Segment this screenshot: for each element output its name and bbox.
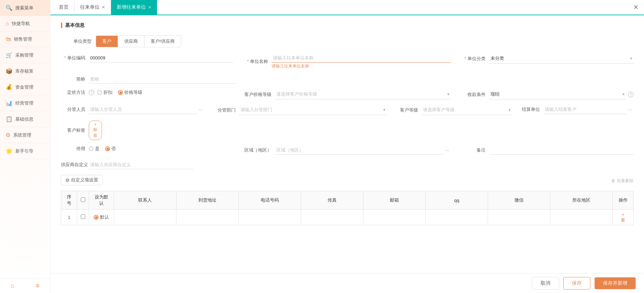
select-all-checkbox[interactable] [81,197,85,202]
sidebar-menu-btn[interactable]: ≡ [25,279,50,293]
sidebar-item-operations[interactable]: 📊 经营管理 [0,95,50,111]
th-wechat: 微信 [488,191,550,210]
payment-terms-help-icon[interactable]: ? [628,92,634,97]
sidebar-item-search[interactable]: 🔍 搜索菜单 [0,0,50,16]
settlement-more-btn[interactable]: ··· [627,107,634,112]
td-actions: + 🗑 [613,210,634,225]
region-input[interactable] [275,146,444,155]
qq-input[interactable] [429,215,484,220]
pricing-help-icon[interactable]: ? [89,90,94,95]
dept-select[interactable]: 请输入分管部门 ▾ [239,105,387,115]
bottom-bar: 取消 保存 保存并新增 [50,273,644,293]
disable-no-item[interactable]: 否 [105,146,116,152]
table-row: 1 默认 [61,210,634,225]
batch-delete-btn[interactable]: 🗑 批量删除 [611,178,634,184]
manager-input[interactable] [89,105,197,114]
sidebar-bottom: ⌂ ≡ [0,278,50,293]
region-more-btn[interactable]: ··· [444,147,451,153]
sidebar-item-sales[interactable]: 🛍 销售管理 [0,32,50,47]
disable-yes-item[interactable]: 是 [89,146,100,152]
pricing-radio-group: 折扣 价格等级 [97,89,142,96]
close-partners-icon[interactable]: ✕ [102,5,105,10]
remark-input[interactable] [489,146,634,155]
th-address: 到货地址 [176,191,238,210]
form-row-disable: 停用 是 否 区域（地区） ··· 备注 [61,146,634,155]
sidebar-item-inventory[interactable]: 📦 库存核算 [0,63,50,79]
unit-name-field: 单位名称 请输入往来单位名称 [244,54,450,69]
tab-partners[interactable]: 往来单位 ✕ [74,0,111,15]
customer-price-level-select[interactable]: 请选择客户价格等级 ▾ [275,89,450,99]
wechat-input[interactable] [492,215,547,220]
phone-input[interactable] [242,215,297,220]
unit-type-customer-btn[interactable]: 客户 [96,36,118,47]
td-phone[interactable] [238,210,301,225]
address-input[interactable] [180,215,235,220]
contact-input[interactable] [118,215,173,220]
short-name-input[interactable] [89,75,237,84]
th-phone: 电话号码 [238,191,301,210]
unit-type-supplier-btn[interactable]: 供应商 [118,36,144,47]
supplier-custom-input[interactable] [89,160,193,169]
customer-price-level-label: 客户价格等级 [244,91,275,98]
sidebar-item-purchase[interactable]: 🛒 采购管理 [0,47,50,63]
pricing-radio-level[interactable]: 价格等级 [118,89,142,96]
sales-icon: 🛍 [6,36,11,42]
unit-type-both-btn[interactable]: 客户/供应商 [144,36,181,47]
disable-yes-circle [89,146,94,151]
region-field: 区域（地区） ··· [244,146,450,155]
payment-terms-field: 收款条件 现结 ▾ ? [461,89,634,99]
customer-level-arrow: ▾ [509,107,511,112]
manager-more-btn[interactable]: ··· [197,107,204,112]
sidebar-item-system[interactable]: ⚙ 系统管理 [0,127,50,143]
inventory-icon: 📦 [6,68,13,74]
payment-terms-select[interactable]: 现结 ▾ [489,89,626,99]
sidebar-item-quicknav[interactable]: ⌂ 快捷导航 [0,16,50,32]
disable-label: 停用 [61,146,89,152]
customer-level-select[interactable]: 请选择客户等级 ▾ [422,105,512,115]
delete-row-btn[interactable]: 🗑 [621,217,625,222]
email-input[interactable] [367,215,422,220]
supplier-custom-label: 供应商自定义 [61,162,89,168]
table-header-row: 序号 设为默认 联系人 到货地址 电话号码 传真 邮箱 qq 微信 所在地区 操… [61,191,634,210]
row-checkbox[interactable] [81,214,85,219]
sidebar-item-basic[interactable]: 📋 基础信息 [0,111,50,127]
fax-input[interactable] [305,215,360,220]
td-wechat[interactable] [488,210,550,225]
table-header: 序号 设为默认 联系人 到货地址 电话号码 传真 邮箱 qq 微信 所在地区 操… [61,191,634,210]
unit-category-label: 单位分类 [461,56,489,62]
tab-bar-close-btn[interactable]: ✕ [630,2,641,13]
td-checkbox[interactable] [77,210,89,225]
add-tag-btn[interactable]: + 标签 [89,121,102,140]
section-icon [61,23,62,28]
td-qq[interactable] [425,210,488,225]
default-radio-item[interactable]: 默认 [93,214,110,220]
td-contact[interactable] [114,210,176,225]
tab-home[interactable]: 首页 [53,0,74,15]
sidebar-home-btn[interactable]: ⌂ [0,279,25,293]
th-checkbox[interactable] [77,191,89,210]
sidebar-item-finance[interactable]: 💰 资金管理 [0,79,50,95]
th-region: 所在地区 [550,191,613,210]
unit-category-select[interactable]: 未分类 ▾ [489,54,634,64]
radio-level-circle [118,90,123,95]
system-icon: ⚙ [6,132,10,138]
cancel-button[interactable]: 取消 [532,277,559,290]
td-fax[interactable] [301,210,363,225]
unit-name-input[interactable] [272,54,450,63]
add-row-btn[interactable]: + [622,212,625,217]
td-address[interactable] [176,210,238,225]
sidebar-item-newuser[interactable]: 🌟 新手引导 [0,143,50,159]
unit-code-input[interactable] [89,54,233,63]
tab-new-partner[interactable]: 新增往来单位 ✕ [111,0,157,15]
settlement-input[interactable] [543,105,627,114]
region-input-table[interactable] [554,215,609,220]
pricing-radio-discount[interactable]: 折扣 [97,89,112,96]
td-region[interactable] [550,210,613,225]
dept-field: 分管部门 请输入分管部门 ▾ [215,105,387,115]
custom-settings-btn[interactable]: ⚙ 自定义项设置 [61,175,103,185]
td-email[interactable] [363,210,425,225]
pricing-method-label: 定价方法 [61,89,89,96]
close-new-partner-icon[interactable]: ✕ [148,5,151,10]
save-new-button[interactable]: 保存并新增 [595,277,636,289]
save-button[interactable]: 保存 [563,277,590,290]
